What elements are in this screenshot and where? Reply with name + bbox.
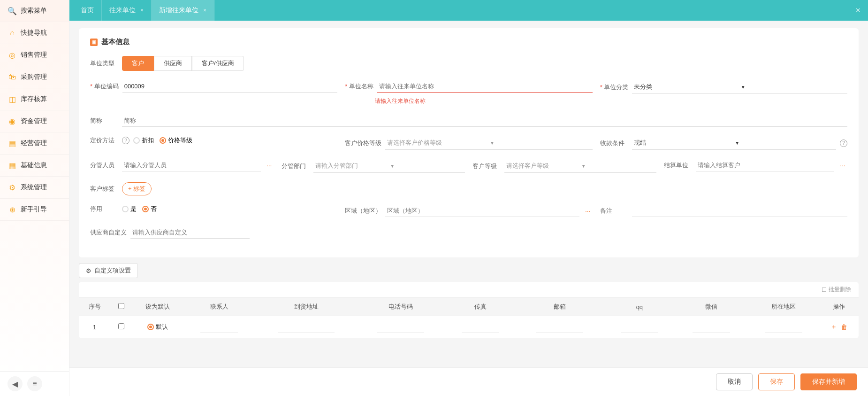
row-region-input[interactable] xyxy=(765,321,802,333)
customer-tag-label: 客户标签 xyxy=(90,185,118,193)
region-input[interactable] xyxy=(385,205,579,217)
unit-type-customer-btn[interactable]: 客户 xyxy=(122,56,154,71)
customer-level-placeholder: 请选择客户等级 xyxy=(506,162,579,170)
sidebar-item-guide[interactable]: ⊕ 新手引导 xyxy=(0,199,69,221)
abbr-group: 简称 xyxy=(90,115,847,127)
pricing-row: 定价方法 ? 折扣 价格等级 客户价格等级 xyxy=(90,136,847,150)
sidebar-item-search[interactable]: 🔍 搜索菜单 xyxy=(0,0,69,22)
row-qq xyxy=(603,316,676,338)
remarks-group: 备注 xyxy=(600,205,847,217)
supplier-custom-row: 供应商自定义 xyxy=(90,226,847,239)
cancel-button[interactable]: 取消 xyxy=(716,373,753,390)
sidebar-item-inventory[interactable]: ◫ 库存核算 xyxy=(0,88,69,110)
sidebar-item-basic-label: 基础信息 xyxy=(21,161,47,170)
pricing-discount-option[interactable]: 折扣 xyxy=(133,136,154,145)
sidebar-menu-btn[interactable]: ≡ xyxy=(27,376,42,391)
payment-condition-value: 现结 xyxy=(634,139,733,147)
row-default-radio[interactable] xyxy=(147,324,154,330)
sidebar-collapse-btn[interactable]: ◀ xyxy=(8,376,23,391)
payment-condition-help[interactable]: ? xyxy=(840,140,847,147)
section-icon: ▣ xyxy=(90,39,98,46)
custom-settings-btn[interactable]: ⚙ 自定义项设置 xyxy=(79,263,138,278)
row-email-input[interactable] xyxy=(536,321,583,333)
unit-name-input[interactable] xyxy=(377,80,593,93)
tab-new-partner-close[interactable]: × xyxy=(203,7,206,14)
pricing-level-radio[interactable] xyxy=(160,137,166,144)
payment-condition-arrow: ▼ xyxy=(735,140,834,146)
tab-partners[interactable]: 往来单位 × xyxy=(102,0,152,21)
tab-new-partner[interactable]: 新增往来单位 × xyxy=(152,0,214,21)
save-new-button[interactable]: 保存并新增 xyxy=(800,373,857,390)
system-icon: ⚙ xyxy=(8,183,17,192)
abbr-input[interactable] xyxy=(122,115,847,127)
customer-price-level-select[interactable]: 请选择客户价格等级 ▼ xyxy=(385,136,592,150)
row-add-btn[interactable]: ＋ xyxy=(830,323,837,331)
unit-type-label: 单位类型 xyxy=(90,59,118,68)
save-button[interactable]: 保存 xyxy=(758,373,795,390)
disabled-yes-option[interactable]: 是 xyxy=(122,205,137,213)
unit-category-group: 单位分类 未分类 ▼ xyxy=(600,80,847,94)
supplier-custom-input[interactable] xyxy=(130,226,250,239)
row-checkbox-input[interactable] xyxy=(118,323,124,329)
inventory-icon: ◫ xyxy=(8,94,17,104)
sidebar-item-system[interactable]: ⚙ 系统管理 xyxy=(0,177,69,199)
dept-select[interactable]: 请输入分管部门 ▼ xyxy=(313,159,465,173)
row-email xyxy=(517,316,604,338)
header-checkbox[interactable] xyxy=(118,303,124,309)
manager-more-btn[interactable]: ··· xyxy=(265,162,274,169)
col-contact: 联系人 xyxy=(183,298,255,316)
sidebar-item-purchase[interactable]: 🛍 采购管理 xyxy=(0,66,69,88)
customer-level-select[interactable]: 请选择客户等级 ▼ xyxy=(504,159,656,173)
tab-partners-close[interactable]: × xyxy=(140,7,144,14)
batch-delete-btn[interactable]: ☐ 批量删除 xyxy=(822,286,851,294)
sidebar-item-quick-nav[interactable]: ⌂ 快捷导航 xyxy=(0,22,69,44)
row-qq-input[interactable] xyxy=(621,321,658,333)
row-default-radio-label[interactable]: 默认 xyxy=(136,323,180,331)
settlement-unit-input[interactable] xyxy=(696,159,835,171)
unit-category-select[interactable]: 未分类 ▼ xyxy=(632,80,847,94)
sidebar-item-operations[interactable]: ▤ 经营管理 xyxy=(0,132,69,155)
pricing-level-option[interactable]: 价格等级 xyxy=(160,136,192,145)
manager-label: 分管人员 xyxy=(90,161,118,170)
settlement-unit-more-btn[interactable]: ··· xyxy=(838,162,847,169)
tab-home[interactable]: 首页 xyxy=(73,0,102,21)
region-more-btn[interactable]: ··· xyxy=(583,207,593,215)
unit-type-supplier-btn[interactable]: 供应商 xyxy=(154,56,192,71)
disabled-no-radio[interactable] xyxy=(142,206,149,212)
customer-price-level-group: 客户价格等级 请选择客户价格等级 ▼ xyxy=(345,136,592,150)
window-close-btn[interactable]: × xyxy=(855,6,860,16)
add-tag-btn[interactable]: + 标签 xyxy=(122,182,152,195)
unit-category-label: 单位分类 xyxy=(600,83,629,92)
section-header: ▣ 基本信息 xyxy=(90,38,847,47)
disabled-no-option[interactable]: 否 xyxy=(142,205,157,213)
sidebar-item-basic[interactable]: ▦ 基础信息 xyxy=(0,155,69,177)
payment-condition-group: 收款条件 现结 ▼ ? xyxy=(600,136,847,150)
unit-name-group: 单位名称 请输入往来单位名称 xyxy=(345,80,592,105)
pricing-discount-radio[interactable] xyxy=(133,137,140,144)
row-fax-input[interactable] xyxy=(462,321,499,333)
unit-code-input[interactable] xyxy=(122,80,338,93)
row-phone xyxy=(357,316,444,338)
manager-group: 分管人员 ··· xyxy=(90,159,274,171)
manager-input[interactable] xyxy=(122,159,261,171)
unit-type-both-btn[interactable]: 客户/供应商 xyxy=(192,56,244,71)
customer-price-level-placeholder: 请选择客户价格等级 xyxy=(387,139,488,147)
payment-condition-select[interactable]: 现结 ▼ xyxy=(632,136,836,150)
row-contact-input[interactable] xyxy=(200,321,238,333)
disabled-yes-radio[interactable] xyxy=(122,206,129,212)
settlement-unit-group: 结算单位 ··· xyxy=(664,159,848,171)
row-phone-input[interactable] xyxy=(377,321,424,333)
row-address-input[interactable] xyxy=(278,321,335,333)
sales-icon: ◎ xyxy=(8,50,17,60)
row-wechat-input[interactable] xyxy=(693,321,730,333)
batch-delete-icon: ☐ xyxy=(822,287,827,293)
unit-category-arrow: ▼ xyxy=(741,85,845,90)
basic-icon: ▦ xyxy=(8,161,17,170)
col-qq: qq xyxy=(603,298,676,316)
remarks-input[interactable] xyxy=(632,205,847,217)
sidebar-item-sales[interactable]: ◎ 销售管理 xyxy=(0,44,69,66)
row-delete-btn[interactable]: 🗑 xyxy=(841,323,847,331)
sidebar-item-finance[interactable]: ◉ 资金管理 xyxy=(0,110,69,132)
pricing-method-help[interactable]: ? xyxy=(122,137,129,144)
form-content: ▣ 基本信息 单位类型 客户 供应商 客户/供应商 单位编码 xyxy=(69,21,868,367)
